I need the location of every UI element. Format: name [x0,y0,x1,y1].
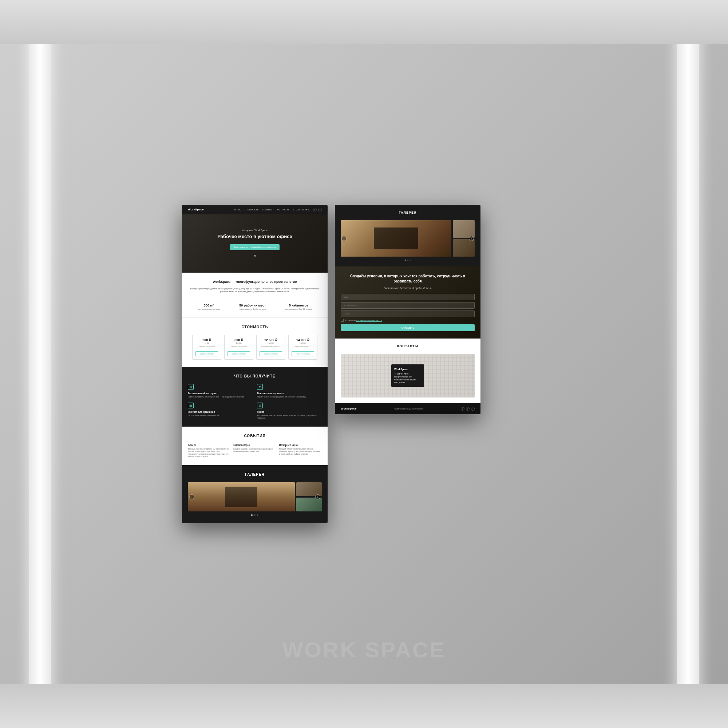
hero-scroll-arrow: ∨ [254,254,256,258]
price-mfixed-period: 1 месяц [292,342,314,344]
price-mfixed-btn[interactable]: Получить заявку [292,351,314,356]
event-games: Бизнес-игры Каждую неделю к коворкинге п… [233,444,276,458]
r-gallery-navigation: ‹ › [341,236,475,241]
benefit-parking-desc: паркинг в зоне и непосредственной близос… [257,396,322,398]
benefit-parking-title: Бесплатная парковка [257,392,322,395]
cta-title: Создаём условия, в которых хочется работ… [341,274,475,284]
form-email-input[interactable] [341,310,475,317]
contacts-map[interactable]: WorkSpace +7 123 456 78 90 mail@workspac… [341,354,475,398]
r-gallery-thumb-1 [453,220,475,238]
r-gallery-dot-2[interactable] [407,260,408,261]
gallery-dot-2[interactable] [254,514,255,516]
benefit-storage: ▦ Ячейки для хранения бесплатное хранени… [188,402,252,419]
events-grid: Бранч Два раза в месяц, по средам мы соб… [188,444,322,458]
map-card-email: mail@workspace.com [394,376,412,378]
benefits-title: ЧТО ВЫ ПОЛУЧИТЕ [188,374,322,378]
price-hour-btn[interactable]: Оставить заявку [196,351,218,356]
gallery-dots [188,514,322,516]
frame-bottom [0,684,728,728]
form-privacy-link[interactable]: условия конфиденциальности [356,319,381,321]
price-mfixed-desc: (закреплённое место) [292,346,314,347]
pricing-section: СТОИМОСТЬ 200 ₽ 1 час (разовое посещение… [182,317,327,367]
hero-background [182,214,327,273]
gallery-next-button[interactable]: › [315,494,320,499]
form-phone-input[interactable] [341,302,475,309]
footer-privacy-link[interactable]: Политика конфиденциальности [394,408,423,410]
stat-desks-label: поделённых на 3 рабочих зоны [239,308,266,310]
footer-fb-icon[interactable]: f [466,407,470,411]
gallery-title-left: ГАЛЕРЕЯ [188,473,322,476]
map-card-address: Большеохтинский домсек, [394,379,416,381]
price-day-btn[interactable]: Оставить заявку [228,351,250,356]
price-card-day: 800 ₽ 1 день (разовое посещение) Оставит… [224,335,253,359]
nav-vk-icon[interactable]: v [313,208,317,211]
gallery-title-right: ГАЛЕРЕЯ [341,211,475,214]
price-day-desc: (разовое посещение) [228,346,250,347]
form-name-input[interactable] [341,294,475,300]
gallery-prev-button[interactable]: ‹ [189,494,194,499]
nav-link-about[interactable]: О НАС [234,209,241,211]
benefit-wifi: ⌘ Безлимитный интернет надёжный провальн… [188,384,252,398]
r-gallery-dot-1[interactable] [405,260,406,261]
events-section: СОБЫТИЯ Бранч Два раза в месяц, по среда… [182,427,327,465]
r-gallery-dots [341,260,475,261]
price-mflex-amount: 12 500 ₽ [260,338,282,342]
price-card-month-fixed: 14 000 ₽ 1 месяц (закреплённое место) По… [288,335,317,359]
benefit-kitchen-title: Кухня [257,411,322,413]
benefit-parking: P Бесплатная парковка паркинг в зоне и н… [257,384,322,398]
footer-ig-icon[interactable]: i [471,407,475,411]
price-hour-period: 1 час [196,342,218,344]
footer-logo: WorkSpace [341,407,356,410]
footer: WorkSpace Политика конфиденциальности v … [335,403,480,414]
form-checkbox-row: Я принимаю условия конфиденциальности [341,319,475,322]
stat-offices-label: вмещающих от 3 до 10 человек [285,308,312,310]
benefit-kitchen: ⊞ Кухня холодильник, микроволновка, чайн… [257,402,322,419]
stat-offices: 5 кабинетов вмещающих от 3 до 10 человек [285,304,312,310]
price-mflex-btn[interactable]: Оставить заявку [260,351,282,356]
map-card-city: 80к2, Москва [394,381,405,384]
form-submit-button[interactable]: Отправить [341,324,475,331]
pricing-grid: 200 ₽ 1 час (разовое посещение) Оставить… [188,335,322,359]
footer-vk-icon[interactable]: v [461,407,465,411]
r-gallery-next-button[interactable]: › [469,236,474,241]
hero-section: Коворкинг WorkSpace Рабочее место в уютн… [182,214,327,273]
main-container: WorkSpace О НАС СТОИМОСТЬ СОБЫТИЯ КОНТАК… [182,205,546,523]
gallery-navigation: ‹ › [188,494,322,499]
form-checkbox-text: Я принимаю [345,319,356,321]
gallery-dot-1[interactable] [251,514,252,516]
event-cinema: Вечернее кино Каждый четверг мы показыва… [279,444,322,458]
event-cinema-desc: Каждый четверг мы показываем кино на отл… [279,448,322,455]
benefit-wifi-title: Безлимитный интернет [188,392,252,395]
event-brunch-desc: Два раза в месяц, по средам мы собираемс… [188,448,230,458]
nav-fb-icon[interactable]: f [318,208,322,211]
stat-area-label: креативного пространства [198,308,220,310]
r-gallery-prev-button[interactable]: ‹ [341,236,347,241]
price-card-hour: 200 ₽ 1 час (разовое посещение) Оставить… [192,335,221,359]
website-right-panel: ГАЛЕРЕЯ ‹ › Создаём условия, [335,205,480,414]
nav-link-events[interactable]: СОБЫТИЯ [262,209,273,211]
nav-link-pricing[interactable]: СТОИМОСТЬ [245,209,258,211]
storage-icon: ▦ [188,402,194,408]
nav-link-contacts[interactable]: КОНТАКТЫ [277,209,289,211]
nav-links: О НАС СТОИМОСТЬ СОБЫТИЯ КОНТАКТЫ [234,209,289,211]
price-mflex-period: 1 месяц [260,342,282,344]
hero-subtitle: Коворкинг WorkSpace [242,229,268,231]
nav-logo: WorkSpace [188,208,203,211]
frame-top [0,0,728,44]
wifi-icon: ⌘ [188,384,194,390]
nav-phone: +7 123 456 78 90 [293,209,310,211]
about-section: WorkSpace — многофункциональное простран… [182,273,327,318]
gallery-dot-3[interactable] [257,514,258,516]
hero-title: Рабочее место в уютном офисе [217,234,292,240]
hero-cta-button[interactable]: Записаться на пробный бесплатный день [230,244,280,250]
form-privacy-checkbox[interactable] [341,319,344,322]
parking-icon: P [257,384,263,390]
stat-desks: 50 рабочих мест поделённых на 3 рабочих … [239,304,266,310]
contacts-title: КОНТАКТЫ [341,344,475,348]
r-gallery-thumb-2 [453,239,475,257]
r-gallery-dot-3[interactable] [410,260,411,261]
gallery-section-left: ГАЛЕРЕЯ ‹ › [182,465,327,523]
navigation: WorkSpace О НАС СТОИМОСТЬ СОБЫТИЯ КОНТАК… [182,205,327,214]
gallery-thumb-2 [296,498,322,511]
price-day-period: 1 день [228,342,250,344]
